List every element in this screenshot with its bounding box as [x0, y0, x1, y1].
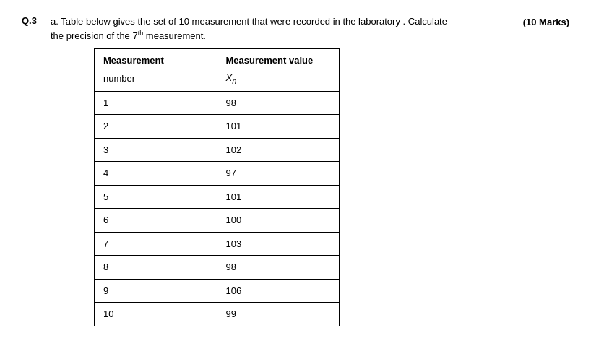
question-text-container: a. Table below gives the set of 10 measu… — [51, 14, 569, 43]
page: Q.3 a. Table below gives the set of 10 m… — [0, 0, 591, 364]
table-subheader-row: number Xn — [95, 69, 340, 92]
measurement-number: 10 — [95, 303, 217, 326]
question-body: a. Table below gives the set of 10 measu… — [51, 14, 569, 326]
table-row: 198 — [95, 91, 340, 115]
measurement-number: 5 — [95, 185, 217, 209]
question-line1: a. Table below gives the set of 10 measu… — [51, 16, 447, 27]
question-row: Q.3 a. Table below gives the set of 10 m… — [22, 14, 569, 326]
measurement-number: 3 — [95, 138, 217, 162]
measurement-number: 8 — [95, 256, 217, 280]
measurement-value: 100 — [217, 209, 340, 233]
question-text: a. Table below gives the set of 10 measu… — [51, 14, 447, 43]
table-row: 2101 — [95, 115, 340, 139]
marks-label: (10 Marks) — [523, 14, 569, 30]
col1-subheader: number — [95, 69, 217, 92]
question-label: Q.3 — [22, 14, 43, 326]
measurement-value: 98 — [217, 91, 340, 115]
table-row: 1099 — [95, 303, 340, 326]
measurement-number: 2 — [95, 115, 217, 139]
table-row: 6100 — [95, 209, 340, 233]
measurement-value: 99 — [217, 303, 340, 326]
measurements-table: Measurement Measurement value number Xn … — [94, 48, 340, 326]
col2-header: Measurement value — [217, 49, 340, 69]
question-line2-end: measurement. — [143, 30, 206, 41]
col2-subheader: Xn — [217, 69, 340, 92]
measurement-value: 97 — [217, 162, 340, 186]
table-row: 898 — [95, 256, 340, 280]
measurement-number: 9 — [95, 279, 217, 303]
measurement-number: 1 — [95, 91, 217, 115]
table-row: 3102 — [95, 138, 340, 162]
table-header-row: Measurement Measurement value — [95, 49, 340, 69]
table-container: Measurement Measurement value number Xn … — [94, 48, 569, 326]
table-row: 497 — [95, 162, 340, 186]
col1-header: Measurement — [95, 49, 217, 69]
measurement-number: 6 — [95, 209, 217, 233]
table-row: 5101 — [95, 185, 340, 209]
measurement-value: 102 — [217, 138, 340, 162]
measurement-number: 7 — [95, 232, 217, 256]
measurement-value: 98 — [217, 256, 340, 280]
table-row: 9106 — [95, 279, 340, 303]
xn-subscript: n — [232, 76, 236, 84]
question-line2-start: the precision of the 7 — [51, 30, 138, 41]
measurement-number: 4 — [95, 162, 217, 186]
measurement-value: 103 — [217, 232, 340, 256]
table-body: 1982101310249751016100710389891061099 — [95, 91, 340, 326]
measurement-value: 101 — [217, 115, 340, 139]
xn-letter: X — [226, 72, 233, 83]
measurement-value: 101 — [217, 185, 340, 209]
measurement-value: 106 — [217, 279, 340, 303]
table-row: 7103 — [95, 232, 340, 256]
